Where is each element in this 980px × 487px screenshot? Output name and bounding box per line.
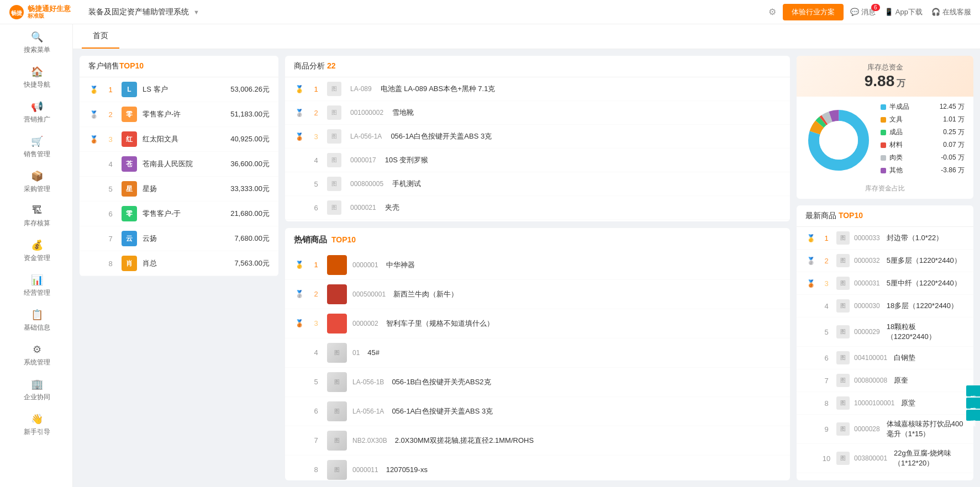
new-product-code: 0000031 [854,279,880,287]
customer-name: 零售客户-许 [143,109,225,119]
messages-icon-item[interactable]: 💬 消息 6 [850,7,876,17]
app-download-item[interactable]: 📱 App下载 [884,7,923,17]
sidebar-item-inventory[interactable]: 🏗 库存核算 [0,198,72,232]
new-product-image-placeholder: 图 [836,231,850,245]
legend-item: 其他 -3.86 万 [881,166,965,175]
sidebar-item-operations[interactable]: 📊 经营管理 [0,267,72,302]
hot-rank-num: 5 [310,378,322,386]
product-sales-row: 🥈 2 图 001000002 雪地靴 [285,101,790,125]
product-name: 电池盖 LA-089 ABS本色+黑种 7.1克 [381,84,781,94]
operations-icon: 📊 [31,274,43,286]
customer-amount: 51,183.00元 [230,109,270,119]
new-product-row: 7 图 000800008 原奎 [797,369,973,392]
new-product-code: 0000028 [854,425,880,433]
product-sales-row: 4 图 0000017 10S 变刑罗猴 [285,149,790,172]
new-product-code: 000800008 [854,377,887,384]
new-product-row: 🥇 1 图 0000033 封边带（1.0*22） [797,227,973,250]
hot-products-rows: 🥇 1 0000001 中华神器 🥈 2 000500001 新西兰牛肉（新牛）… [285,251,790,480]
new-product-row: 🥉 3 图 0000031 5厘中纤（1220*2440） [797,272,973,295]
new-product-code: 0000032 [854,257,880,264]
message-icon: 💬 [850,8,859,16]
customer-amount: 36,600.00元 [230,159,270,169]
new-product-name: 18颗粒板（1220*2440） [887,322,965,342]
customer-amount: 40,925.00元 [230,134,270,144]
sidebar-item-marketing[interactable]: 📢 营销推广 [0,94,72,129]
hot-product-name: 新西兰牛肉（新牛） [393,289,458,299]
new-product-image-placeholder: 图 [836,422,850,436]
trial-button[interactable]: 体验行业方案 [783,4,844,20]
sidebar-item-nav[interactable]: 🏠 快捷导航 [0,59,72,94]
product-image-placeholder: 图 [327,401,347,421]
customer-rank-row: 7 云 云扬 7,680.00元 [80,226,278,251]
hot-product-row: 🥈 2 000500001 新西兰牛肉（新牛） [285,280,790,309]
new-product-image-placeholder: 图 [836,374,850,387]
rank-number: 3 [105,135,116,144]
product-image [327,314,347,334]
donut-area: 半成品 12.45 万 文具 1.01 万 成品 0.25 万 材料 0.07 … [797,97,973,184]
customer-rank-row: 5 星 星扬 33,333.00元 [80,177,278,202]
new-rank-number: 3 [821,279,832,288]
new-product-name: 原堂 [901,398,965,408]
product-image [327,255,347,275]
product-sales-card: 商品分析 22 🥇 1 图 LA-089 电池盖 LA-089 ABS本色+黑种… [285,56,790,221]
system-selector[interactable]: 装备及固定资产辅助管理系统 ▼ [88,7,757,17]
product-image-placeholder: 图 [327,200,341,215]
product-code: LA-056-1A [350,133,382,140]
sidebar-item-guide[interactable]: 👋 新手引导 [0,406,72,441]
product-image-placeholder: 图 [327,460,347,480]
legend-item: 文具 1.01 万 [881,115,965,124]
sidebar-item-sales[interactable]: 🛒 销售管理 [0,129,72,163]
floating-service: 客服热线 服务社区 直播 [966,385,980,421]
legend-dot [881,155,886,161]
medal-icon: 🥇 [88,86,99,94]
settings-icon[interactable]: ⚙ [768,7,776,17]
donut-chart [805,107,872,173]
legend-dot [881,104,886,110]
legend-dot [881,168,886,173]
hot-product-name: 中华神器 [386,260,415,270]
product-rank-num: 6 [310,204,322,212]
tab-home[interactable]: 首页 [82,24,119,49]
customer-service-btn[interactable]: 客服热线 [966,385,980,396]
legend-value: -3.86 万 [941,166,965,175]
customer-ranking-table: 🥇 1 L LS 客户 53,006.26元 🥈 2 零 零售客户-许 51,1… [80,77,278,276]
product-image-placeholder: 图 [327,82,341,96]
new-product-row: 10 图 003800001 22g鱼豆腐-烧烤味（1*12*20） [797,444,973,473]
rank-number: 2 [105,110,116,119]
logo-text: 畅捷通好生意 标准版 [28,4,71,20]
inventory-title: 库存总资金 [805,62,965,72]
sidebar-item-finance[interactable]: 💰 资金管理 [0,232,72,267]
hot-product-code: LA-056-1B [352,378,384,386]
svg-point-8 [819,121,858,160]
customer-rank-row: 6 零 零售客户-于 21,680.00元 [80,202,278,226]
sidebar-item-purchase[interactable]: 📦 采购管理 [0,163,72,198]
product-rank-num: 2 [310,109,322,117]
new-product-name: 18多层（1220*2440） [887,301,965,311]
product-image-placeholder: 图 [327,177,341,191]
direct-btn[interactable]: 直播 [966,410,980,421]
hot-products-header: 热销商品 TOP10 [285,228,790,251]
customer-amount: 7,680.00元 [234,234,270,244]
sidebar-item-system[interactable]: ⚙ 系统管理 [0,337,72,372]
hot-product-name: 12070519-xs [386,465,428,474]
sidebar-item-basic[interactable]: 📋 基础信息 [0,302,72,337]
customer-name: 苍南县人民医院 [143,159,225,169]
online-service-item[interactable]: 🎧 在线客服 [931,7,971,17]
hot-product-code: 01 [352,349,360,357]
legend-list: 半成品 12.45 万 文具 1.01 万 成品 0.25 万 材料 0.07 … [881,102,965,178]
customer-rank-row: 🥉 3 红 红太阳文具 40,925.00元 [80,127,278,152]
sales-icon: 🛒 [31,135,43,147]
sidebar-item-company[interactable]: 🏢 企业协同 [0,372,72,406]
marketing-icon: 📢 [31,100,43,113]
new-product-name: 原奎 [894,375,965,385]
new-product-image-placeholder: 图 [836,452,850,465]
new-rank-number: 8 [821,399,832,407]
sidebar-item-search[interactable]: 🔍 搜索菜单 [0,24,72,59]
hot-rank-num: 8 [310,465,322,474]
customer-name: 星扬 [143,184,225,194]
community-btn[interactable]: 服务社区 [966,398,980,409]
inventory-card: 库存总资金 9.88万 [797,56,973,199]
customer-rank-row: 8 肖 肖总 7,563.00元 [80,251,278,276]
customer-rank-row: 4 苍 苍南县人民医院 36,600.00元 [80,152,278,177]
new-products-card: 最新商品 TOP10 🥇 1 图 0000033 封边带（1.0*22） 🥈 2… [797,205,973,480]
